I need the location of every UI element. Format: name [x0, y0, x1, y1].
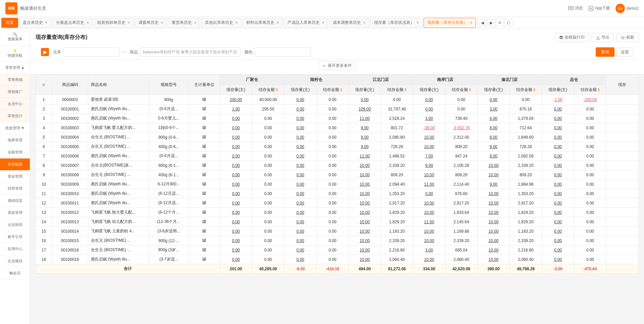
cell-zc-qty[interactable]: -1.00: [542, 95, 574, 104]
table-wrapper[interactable]: ⚙ 商品编码 商品名称 规格型号 主计量单位 厂家仓 陆村仓 江北门店 南岸门店…: [36, 75, 639, 274]
tab-close-icon[interactable]: ✕: [161, 21, 163, 25]
cell-yb-qty[interactable]: 10.00: [477, 255, 509, 264]
cell-jb-qty[interactable]: 109.00: [348, 104, 381, 114]
refresh-btn[interactable]: 刷新: [616, 33, 639, 42]
tab-close-icon[interactable]: ✕: [127, 21, 130, 25]
cell-fc-qty[interactable]: 0.00: [220, 123, 252, 133]
sidebar-item-wechat[interactable]: 企业微信: [0, 255, 30, 267]
tab-close-icon[interactable]: ✕: [45, 21, 48, 25]
tab-product-in[interactable]: 产成品入库单历史 ✕: [284, 18, 328, 28]
cell-lc-qty[interactable]: 0.00: [284, 255, 316, 264]
tab-close-icon[interactable]: ✕: [235, 21, 238, 25]
cell-jb-qty[interactable]: 9.00: [348, 123, 381, 133]
cell-fc-qty[interactable]: 0.00: [220, 217, 252, 227]
cell-zc-qty[interactable]: 0.00: [542, 104, 574, 114]
cell-na-qty[interactable]: 11.00: [413, 180, 445, 189]
tab-close-icon[interactable]: ✕: [276, 21, 279, 25]
tab-material-out[interactable]: 材料出库单历史 ✕: [243, 18, 283, 28]
cell-zc-qty[interactable]: 0.00: [542, 114, 574, 123]
warehouse-dots[interactable]: ···: [121, 49, 126, 55]
sidebar-item-operation[interactable]: 经营管理: [0, 183, 30, 195]
cell-yb-qty[interactable]: 10.00: [477, 217, 509, 227]
cell-lc-qty[interactable]: 0.00: [284, 170, 316, 180]
tab-assembly[interactable]: 组装拆卸单历史 ✕: [94, 18, 134, 28]
cell-na-qty[interactable]: 10.00: [413, 142, 445, 151]
cell-jb-qty[interactable]: 10.00: [348, 180, 381, 189]
cell-yb-qty[interactable]: 8.00: [477, 123, 509, 133]
cell-fc-qty[interactable]: 0.00: [220, 236, 252, 245]
cell-yb-qty[interactable]: 3.00: [477, 104, 509, 114]
tab-home[interactable]: 首页: [1, 18, 18, 28]
sidebar-item-basic[interactable]: 基础信息: [0, 195, 30, 207]
cell-fc-qty[interactable]: 0.00: [220, 151, 252, 161]
cell-yb-qty[interactable]: 10.00: [477, 161, 509, 170]
cell-zc-qty[interactable]: 0.00: [542, 123, 574, 133]
cell-na-qty[interactable]: 7.00: [413, 151, 445, 161]
cell-na-qty[interactable]: 10.00: [413, 133, 445, 142]
tab-close-icon[interactable]: ✕: [322, 21, 324, 25]
cell-lc-qty[interactable]: 0.00: [284, 133, 316, 142]
cell-fc-qty[interactable]: 200.00: [220, 95, 252, 104]
cell-na-qty[interactable]: 11.00: [413, 217, 445, 227]
tab-requisition[interactable]: 要货单历史 ✕: [168, 18, 200, 28]
cell-lc-qty[interactable]: 0.00: [284, 217, 316, 227]
cell-yb-qty[interactable]: 10.00: [477, 236, 509, 245]
goods-input[interactable]: [140, 47, 240, 57]
expand-conditions-btn[interactable]: 展开更多条件: [319, 61, 356, 70]
cell-jb-qty[interactable]: 11.00: [348, 151, 381, 161]
setting-button[interactable]: 设置: [616, 47, 633, 57]
cell-zc-qty[interactable]: 0.00: [542, 208, 574, 217]
sidebar-item-retail[interactable]: 零售管理 ▲: [0, 62, 30, 74]
sidebar-item-nav[interactable]: ⚡ 快捷导航: [0, 45, 30, 62]
cell-lc-qty[interactable]: 0.00: [284, 161, 316, 170]
cell-lc-qty[interactable]: 0.00: [284, 114, 316, 123]
cell-na-qty[interactable]: 0.00: [413, 104, 445, 114]
app-download-btn[interactable]: App下载: [588, 5, 610, 11]
cell-na-qty[interactable]: 3.00: [413, 245, 445, 255]
cell-jb-qty[interactable]: 10.00: [348, 236, 381, 245]
settings-icon[interactable]: ⚙: [42, 83, 46, 87]
cell-fc-qty[interactable]: 0.00: [220, 208, 252, 217]
tab-close-icon[interactable]: ✕: [363, 21, 366, 25]
color-input[interactable]: [255, 47, 311, 57]
sidebar-item-vip[interactable]: 畅会员: [0, 267, 30, 279]
tab-stock-dist[interactable]: 现存量（库存分布表） ✕: [424, 18, 476, 28]
cell-jb-qty[interactable]: 9.00: [348, 142, 381, 151]
cell-lc-qty[interactable]: 0.00: [284, 189, 316, 198]
print-btn[interactable]: 按模版打印: [555, 33, 589, 42]
cell-lc-qty[interactable]: 0.00: [284, 180, 316, 189]
cell-yb-qty[interactable]: 10.00: [477, 170, 509, 180]
cell-jb-qty[interactable]: 10.00: [348, 227, 381, 236]
sidebar-item-purchase[interactable]: 采购管理: [0, 146, 30, 158]
warehouse-input[interactable]: [63, 47, 119, 57]
cell-yb-qty[interactable]: 10.00: [477, 189, 509, 198]
cell-jb-qty[interactable]: 11.00: [348, 114, 381, 123]
cell-na-qty[interactable]: 10.00: [413, 255, 445, 264]
cell-zc-qty[interactable]: 0.00: [542, 151, 574, 161]
user-area[interactable]: Ea demo2: [615, 4, 639, 13]
cell-zc-qty[interactable]: 0.00: [542, 217, 574, 227]
search-button[interactable]: 查询: [596, 47, 614, 57]
cell-fc-qty[interactable]: 0.00: [220, 161, 252, 170]
cell-na-qty[interactable]: 3.00: [413, 114, 445, 123]
tab-close-icon[interactable]: ✕: [470, 21, 472, 25]
cell-fc-qty[interactable]: 1.00: [220, 104, 252, 114]
cell-na-qty[interactable]: 10.00: [413, 227, 445, 236]
cell-zc-qty[interactable]: 0.00: [542, 180, 574, 189]
tab-close-icon[interactable]: ✕: [86, 21, 89, 25]
cell-na-qty[interactable]: 10.00: [413, 170, 445, 180]
tab-stock-status[interactable]: 现存量（库存状况表） ✕: [370, 18, 423, 28]
sidebar-item-member[interactable]: 会员中心: [0, 98, 30, 110]
cell-na-qty[interactable]: 5.00: [413, 189, 445, 198]
cell-zc-qty[interactable]: 0.00: [542, 133, 574, 142]
sidebar-item-marketing[interactable]: 营销推广: [0, 86, 30, 98]
cell-yb-qty[interactable]: 10.00: [477, 208, 509, 217]
cell-fc-qty[interactable]: 0.00: [220, 189, 252, 198]
cell-na-qty[interactable]: 9.00: [413, 161, 445, 170]
tab-prev-btn[interactable]: ◀: [478, 19, 486, 27]
cell-jb-qty[interactable]: 10.00: [348, 217, 381, 227]
tab-transfer[interactable]: 调拨单历史 ✕: [135, 18, 167, 28]
sidebar-item-apps[interactable]: 应用中心: [0, 243, 30, 255]
cell-fc-qty[interactable]: 0.00: [220, 170, 252, 180]
tab-close-all-btn[interactable]: ✕: [496, 19, 504, 27]
